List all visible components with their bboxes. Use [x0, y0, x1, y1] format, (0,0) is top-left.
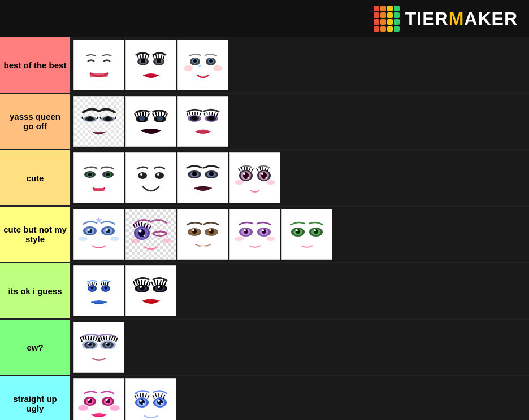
svg-point-175 [91, 287, 94, 290]
svg-point-38 [139, 116, 145, 121]
svg-point-102 [266, 177, 267, 179]
tier-item[interactable] [73, 322, 124, 373]
tier-item[interactable] [125, 209, 176, 260]
svg-point-59 [209, 116, 214, 120]
svg-point-156 [244, 229, 246, 231]
tier-item[interactable] [73, 378, 124, 420]
tier-item[interactable] [125, 152, 176, 203]
svg-rect-72 [74, 153, 124, 203]
tier-row-a: yasss queen go off [0, 94, 529, 150]
svg-point-40 [157, 116, 163, 121]
svg-point-26 [184, 65, 193, 71]
svg-rect-0 [74, 40, 124, 90]
svg-point-82 [155, 172, 164, 179]
tier-item[interactable] [73, 209, 124, 260]
tier-item[interactable] [125, 40, 176, 90]
tier-item[interactable] [125, 96, 176, 147]
svg-line-185 [103, 282, 104, 285]
svg-point-124 [106, 229, 108, 231]
svg-point-241 [88, 399, 90, 401]
svg-rect-36 [126, 97, 176, 146]
svg-point-161 [235, 237, 244, 241]
tier-row-d: its ok i guess [0, 263, 529, 320]
svg-line-112 [260, 167, 261, 170]
svg-rect-172 [74, 266, 124, 316]
svg-point-88 [192, 172, 197, 176]
tier-items-c [71, 207, 529, 262]
tier-item[interactable] [125, 378, 176, 420]
tier-items-e [71, 320, 529, 375]
svg-rect-188 [126, 266, 176, 316]
svg-point-247 [110, 405, 120, 411]
svg-rect-152 [230, 209, 280, 259]
tiermaker-logo: TieRmAKeR [374, 6, 518, 32]
svg-point-196 [158, 286, 160, 288]
svg-point-103 [235, 180, 244, 185]
tier-item[interactable] [177, 209, 228, 260]
svg-rect-1 [90, 73, 108, 77]
tier-items-a [71, 94, 529, 149]
tier-row-b: cute [0, 150, 529, 207]
tier-item[interactable] [73, 40, 124, 90]
svg-point-258 [161, 403, 163, 405]
svg-rect-163 [282, 209, 332, 259]
svg-point-147 [192, 229, 194, 231]
svg-rect-128 [126, 209, 176, 259]
svg-rect-143 [178, 209, 228, 259]
svg-point-35 [105, 116, 111, 121]
svg-point-192 [140, 286, 142, 288]
svg-point-28 [198, 64, 201, 68]
svg-line-182 [94, 282, 94, 286]
svg-line-261 [140, 393, 141, 397]
tier-item[interactable] [177, 152, 228, 203]
tier-item[interactable] [229, 152, 280, 203]
svg-point-75 [88, 173, 92, 176]
svg-point-126 [110, 237, 119, 241]
svg-rect-29 [74, 97, 124, 146]
svg-point-56 [192, 116, 197, 120]
tier-item[interactable] [73, 265, 124, 316]
tier-item[interactable] [125, 265, 176, 316]
svg-rect-53 [178, 97, 228, 146]
svg-rect-19 [178, 40, 228, 90]
svg-point-257 [158, 400, 160, 402]
tier-item[interactable] [73, 96, 124, 147]
svg-point-5 [141, 59, 145, 63]
tier-row-c: cute but not my style [0, 207, 529, 263]
svg-point-252 [140, 400, 142, 402]
tier-items-s [71, 37, 529, 93]
svg-point-101 [261, 173, 263, 175]
svg-point-104 [266, 180, 275, 185]
svg-point-253 [143, 403, 145, 405]
tier-row-s: best of the best [0, 37, 529, 94]
svg-point-27 [213, 65, 222, 71]
svg-point-97 [248, 177, 249, 179]
tier-label-f: straight up ugly [0, 376, 71, 420]
svg-rect-92 [230, 153, 280, 203]
tier-label-e: ew? [0, 320, 71, 375]
svg-point-220 [106, 343, 108, 344]
svg-point-160 [262, 229, 264, 231]
tier-item[interactable] [73, 152, 124, 203]
tier-label-c: cute but not my style [0, 207, 71, 262]
svg-line-180 [90, 282, 90, 285]
svg-point-25 [209, 59, 213, 63]
svg-point-245 [106, 399, 108, 401]
svg-line-187 [107, 282, 108, 286]
logo-text: TieRmAKeR [405, 8, 518, 29]
tier-item[interactable] [281, 209, 332, 260]
svg-line-224 [88, 336, 89, 340]
svg-point-178 [105, 287, 107, 290]
tier-item[interactable] [229, 209, 280, 260]
tier-label-a: yasss queen go off [0, 94, 71, 149]
tier-item[interactable] [177, 40, 228, 90]
logo-grid-icon [374, 6, 400, 32]
svg-point-96 [243, 173, 245, 175]
svg-point-84 [157, 173, 159, 176]
tier-items-f [71, 376, 529, 420]
svg-line-69 [212, 112, 213, 115]
svg-line-225 [91, 336, 92, 340]
svg-point-135 [162, 239, 171, 243]
tier-item[interactable] [177, 96, 228, 147]
svg-point-120 [88, 229, 90, 231]
